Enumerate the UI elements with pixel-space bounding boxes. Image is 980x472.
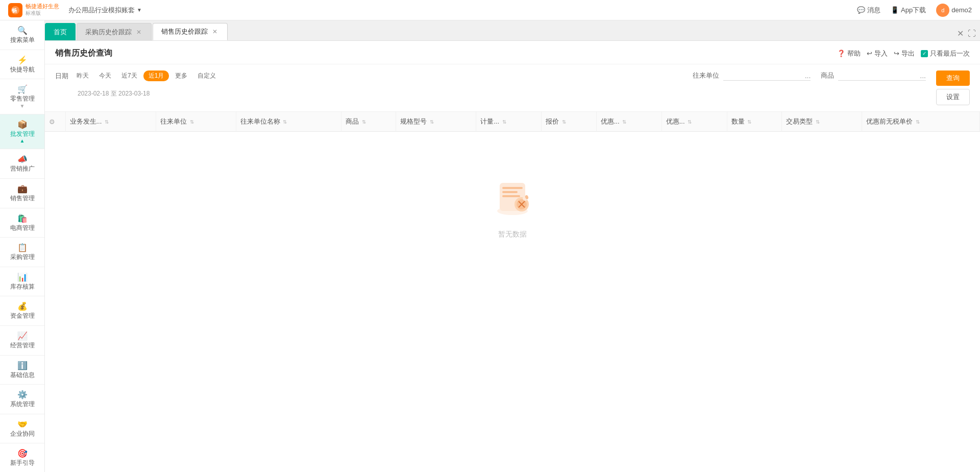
newbie-icon: 🎯 [17, 449, 28, 458]
help-button[interactable]: ❓ 帮助 [837, 49, 861, 58]
app-download-button[interactable]: 📱 App下载 [891, 6, 926, 15]
source-lookup-icon[interactable]: ... [805, 72, 811, 80]
message-icon: 💬 [857, 6, 865, 14]
search-icon: 🔍 [17, 26, 28, 35]
sidebar-item-operations-label: 经营管理 [10, 342, 35, 350]
sidebar-item-marketing-label: 营销推广 [10, 165, 35, 173]
app-logo-icon: 畅 [8, 3, 22, 17]
user-profile-button[interactable]: d demo2 [936, 4, 972, 17]
only-last-checkbox[interactable]: ✓ 只看最后一次 [921, 49, 970, 58]
app-selector[interactable]: 办公用品行业模拟账套 ▼ [64, 4, 146, 17]
app-selector-name: 办公用品行业模拟账套 [68, 6, 135, 15]
col-trade-type-sort-icon: ⇅ [816, 119, 820, 125]
export-button[interactable]: ↪ 导出 [894, 49, 915, 58]
import-icon: ↩ [867, 50, 872, 57]
sidebar-item-purchase[interactable]: 📋 采购管理 [0, 238, 44, 267]
sidebar-item-inventory-label: 库存核算 [10, 283, 35, 291]
sidebar-item-quick-nav[interactable]: ⚡ 快捷导航 [0, 50, 44, 80]
sidebar-item-sales-mgmt[interactable]: 💼 销售管理 [0, 179, 44, 208]
tab-purchase-history-close-icon[interactable]: ✕ [135, 28, 143, 36]
sidebar-item-operations[interactable]: 📈 经营管理 [0, 326, 44, 356]
sidebar-item-finance[interactable]: 💰 资金管理 [0, 296, 44, 326]
col-partner-code[interactable]: 往来单位 ⇅ [156, 112, 236, 132]
tab-home[interactable]: 首页 [45, 23, 76, 40]
wholesale-icon: 📦 [17, 120, 28, 129]
sidebar-item-inventory[interactable]: 📊 库存核算 [0, 267, 44, 297]
tab-close-all-icon[interactable]: ✕ [957, 29, 964, 38]
date-yesterday-btn[interactable]: 昨天 [72, 70, 93, 81]
col-spec[interactable]: 规格型号 ⇅ [396, 112, 476, 132]
filter-area: 日期 昨天 今天 近7天 近1月 更多 自定义 2023-0 [45, 64, 980, 112]
import-button[interactable]: ↩ 导入 [867, 49, 888, 58]
page-header: 销售历史价查询 ❓ 帮助 ↩ 导入 ↪ 导出 ✓ [45, 41, 980, 64]
sidebar-item-retail-label: 零售管理 [10, 95, 35, 103]
logo-text-area: 畅捷通好生意 标准版 [26, 3, 59, 17]
col-business-date[interactable]: 业务发生... ⇅ [65, 112, 156, 132]
tab-fullscreen-icon[interactable]: ⛶ [968, 29, 976, 38]
help-icon: ❓ [837, 50, 845, 57]
sidebar-item-retail[interactable]: 🛒 零售管理 ▼ [0, 79, 44, 114]
col-product[interactable]: 商品 ⇅ [341, 112, 396, 132]
sidebar-item-marketing[interactable]: 📣 营销推广 [0, 149, 44, 179]
sidebar-item-system[interactable]: ⚙️ 系统管理 [0, 385, 44, 414]
download-icon: 📱 [891, 6, 899, 14]
import-label: 导入 [874, 49, 888, 58]
col-product-sort-icon: ⇅ [362, 119, 366, 125]
product-input[interactable] [838, 70, 920, 80]
system-icon: ⚙️ [17, 390, 28, 399]
col-quote-sort-icon: ⇅ [562, 119, 566, 125]
date-1month-btn[interactable]: 近1月 [143, 70, 169, 81]
date-today-btn[interactable]: 今天 [95, 70, 115, 81]
col-trade-type-label: 交易类型 [786, 117, 813, 125]
page-content: 销售历史价查询 ❓ 帮助 ↩ 导入 ↪ 导出 ✓ [45, 41, 980, 472]
col-quote[interactable]: 报价 ⇅ [542, 112, 596, 132]
col-partner-code-label: 往来单位 [160, 117, 187, 125]
col-quantity[interactable]: 数量 ⇅ [727, 112, 781, 132]
source-input[interactable] [723, 70, 805, 80]
sidebar-item-basic[interactable]: ℹ️ 基础信息 [0, 356, 44, 385]
sidebar-item-ecommerce[interactable]: 🛍️ 电商管理 [0, 208, 44, 238]
top-bar-right: 💬 消息 📱 App下载 d demo2 [857, 4, 972, 17]
col-pretax-price-sort-icon: ⇅ [916, 119, 920, 125]
sidebar-item-system-label: 系统管理 [10, 400, 35, 409]
export-label: 导出 [901, 49, 915, 58]
top-bar-left: 畅 畅捷通好生意 标准版 办公用品行业模拟账套 ▼ [8, 3, 146, 17]
sidebar-item-finance-label: 资金管理 [10, 312, 35, 320]
empty-state-icon [487, 173, 538, 224]
sidebar-item-basic-label: 基础信息 [10, 371, 35, 380]
date-7days-btn[interactable]: 近7天 [117, 70, 141, 81]
settings-button[interactable]: 设置 [936, 89, 970, 105]
tab-sales-history[interactable]: 销售历史价跟踪 ✕ [153, 23, 228, 40]
sidebar-item-enterprise[interactable]: 🤝 企业协同 [0, 414, 44, 444]
tab-sales-history-close-icon[interactable]: ✕ [211, 28, 219, 36]
operations-icon: 📈 [17, 331, 28, 341]
sidebar-item-newbie[interactable]: 🎯 新手引导 [0, 443, 44, 472]
svg-rect-4 [502, 187, 523, 189]
messages-button[interactable]: 💬 消息 [857, 6, 880, 15]
sidebar-item-search[interactable]: 🔍 搜索菜单 [0, 20, 44, 50]
date-custom-btn[interactable]: 自定义 [193, 70, 220, 81]
column-settings-icon[interactable]: ⚙ [49, 118, 55, 126]
col-business-date-label: 业务发生... [70, 117, 102, 125]
col-quantity-sort-icon: ⇅ [747, 119, 751, 125]
user-avatar: d [936, 4, 949, 17]
col-partner-name[interactable]: 往来单位名称 ⇅ [236, 112, 341, 132]
sidebar-item-enterprise-label: 企业协同 [10, 430, 35, 438]
col-pretax-price[interactable]: 优惠前无税单价 ⇅ [862, 112, 980, 132]
tab-bar: 首页 采购历史价跟踪 ✕ 销售历史价跟踪 ✕ ✕ ⛶ [45, 20, 980, 41]
tab-purchase-history[interactable]: 采购历史价跟踪 ✕ [77, 23, 152, 40]
source-filter-label: 往来单位 [693, 71, 719, 80]
query-button[interactable]: 查询 [936, 70, 970, 86]
col-partner-code-sort-icon: ⇅ [190, 119, 194, 125]
app-selector-chevron-icon: ▼ [137, 7, 142, 13]
col-quote-label: 报价 [546, 117, 559, 125]
date-more-btn[interactable]: 更多 [171, 70, 191, 81]
page-title: 销售历史价查询 [55, 48, 112, 59]
product-lookup-icon[interactable]: ... [920, 72, 926, 80]
sidebar-item-wholesale[interactable]: 📦 批发管理 ▲ [0, 114, 44, 150]
col-unit[interactable]: 计量... ⇅ [476, 112, 542, 132]
col-discount-rate[interactable]: 优惠... ⇅ [596, 112, 662, 132]
col-trade-type[interactable]: 交易类型 ⇅ [782, 112, 862, 132]
col-discount-price[interactable]: 优惠... ⇅ [662, 112, 727, 132]
purchase-icon: 📋 [17, 243, 28, 252]
